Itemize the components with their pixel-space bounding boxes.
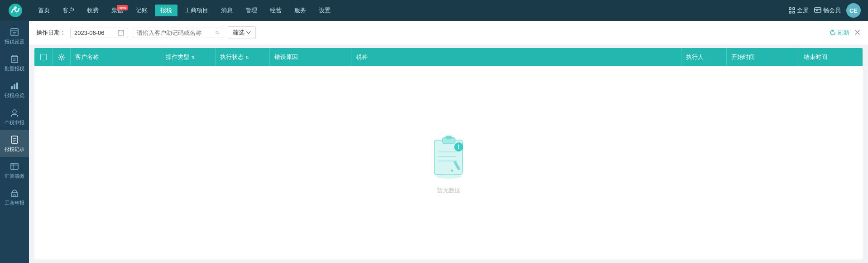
svg-line-35 — [218, 33, 219, 34]
top-nav-right: 全屏 畅会员 CE — [789, 3, 861, 18]
sidebar-item-报税设置[interactable]: 报税设置 — [0, 23, 29, 49]
sidebar-icon-报税设置 — [10, 27, 19, 37]
th-end-time: 结束时间 — [799, 48, 863, 66]
date-picker[interactable] — [70, 28, 128, 38]
svg-rect-30 — [118, 30, 124, 35]
logo[interactable] — [7, 2, 24, 19]
svg-rect-9 — [11, 29, 18, 36]
toolbar: 操作日期： 筛选 — [29, 21, 868, 44]
search-box[interactable] — [133, 28, 223, 38]
svg-rect-6 — [815, 8, 821, 12]
svg-rect-3 — [793, 8, 795, 10]
sidebar-icon-个税申报 — [10, 108, 19, 118]
sidebar-label-个税申报: 个税申报 — [5, 120, 24, 126]
fullscreen-icon — [789, 7, 795, 14]
nav-item-收费[interactable]: 收费 — [82, 5, 104, 16]
settings-icon — [58, 54, 65, 61]
svg-rect-19 — [16, 83, 18, 89]
sidebar-icon-报税记录 — [10, 135, 19, 145]
main-layout: 报税设置批量报税报税总览个税申报报税记录汇算清缴工商年报 操作日期： — [0, 21, 868, 263]
sidebar-label-批量报税: 批量报税 — [5, 66, 24, 72]
nav-item-客户[interactable]: 客户 — [57, 5, 80, 16]
svg-rect-39 — [446, 136, 452, 139]
member-label: 畅会员 — [823, 6, 841, 15]
refresh-label: 刷新 — [838, 29, 849, 37]
member-button[interactable]: 畅会员 — [814, 6, 841, 15]
refresh-button[interactable]: 刷新 — [830, 29, 849, 37]
content-area: 操作日期： 筛选 — [29, 21, 868, 263]
th-executor: 执行人 — [681, 48, 727, 66]
sidebar-label-报税记录: 报税记录 — [5, 146, 24, 152]
svg-point-47 — [436, 174, 461, 179]
table-container: 客户名称 操作类型 ⇅ 执行状态 ⇅ 错误原因 税种 执行人 — [34, 48, 863, 259]
sidebar-icon-汇算清缴 — [10, 161, 19, 171]
sidebar-icon-批量报税 — [10, 54, 19, 64]
svg-text:!: ! — [458, 144, 460, 150]
th-tax-type: 税种 — [351, 48, 681, 66]
th-start-time: 开始时间 — [727, 48, 799, 66]
sort-icon-status: ⇅ — [245, 55, 249, 60]
svg-rect-21 — [11, 136, 18, 143]
select-all-checkbox[interactable] — [40, 54, 47, 60]
date-input[interactable] — [74, 29, 115, 36]
nav-item-管理[interactable]: 管理 — [240, 5, 263, 16]
sidebar-label-工商年报: 工商年报 — [5, 200, 24, 206]
th-settings[interactable] — [53, 48, 71, 66]
refresh-icon — [830, 29, 836, 36]
chevron-down-icon — [246, 31, 251, 34]
nav-item-票据[interactable]: 票据new — [106, 5, 129, 16]
svg-point-1 — [14, 6, 17, 9]
nav-items: 首页客户收费票据new记账报税工商项目消息管理经营服务设置 — [33, 5, 789, 16]
nav-item-工商项目[interactable]: 工商项目 — [179, 5, 214, 16]
nav-badge-票据: new — [117, 5, 128, 10]
search-icon — [216, 29, 219, 36]
date-label: 操作日期： — [36, 29, 66, 37]
filter-button[interactable]: 筛选 — [228, 26, 256, 39]
nav-item-服务[interactable]: 服务 — [289, 5, 312, 16]
empty-text: 暂无数据 — [437, 186, 460, 195]
svg-rect-17 — [11, 86, 13, 89]
th-checkbox[interactable] — [34, 48, 53, 66]
svg-rect-4 — [789, 11, 791, 13]
sidebar-item-批量报税[interactable]: 批量报税 — [0, 49, 29, 76]
svg-point-36 — [60, 56, 62, 58]
th-client-name: 客户名称 — [71, 48, 161, 66]
sidebar-label-报税设置: 报税设置 — [5, 39, 24, 45]
nav-item-报税[interactable]: 报税 — [155, 5, 177, 16]
avatar[interactable]: CE — [846, 3, 861, 18]
th-error-reason: 错误原因 — [270, 48, 351, 66]
th-execution-status[interactable]: 执行状态 ⇅ — [216, 48, 270, 66]
svg-rect-18 — [14, 84, 15, 89]
nav-item-设置[interactable]: 设置 — [313, 5, 336, 16]
svg-rect-5 — [793, 11, 795, 13]
nav-item-消息[interactable]: 消息 — [216, 5, 238, 16]
sidebar-icon-报税总览 — [10, 81, 19, 91]
svg-rect-25 — [11, 163, 18, 170]
svg-rect-13 — [11, 56, 18, 63]
top-nav: 首页客户收费票据new记账报税工商项目消息管理经营服务设置 全屏 畅会员 CE — [0, 0, 868, 21]
svg-point-20 — [13, 110, 16, 113]
empty-illustration: ! — [426, 131, 471, 181]
nav-item-首页[interactable]: 首页 — [33, 5, 55, 16]
svg-rect-2 — [789, 8, 791, 10]
sort-icon-operation: ⇅ — [191, 55, 195, 60]
close-button[interactable]: ✕ — [854, 29, 861, 37]
nav-item-记账[interactable]: 记账 — [130, 5, 153, 16]
fullscreen-label: 全屏 — [797, 6, 809, 15]
sidebar: 报税设置批量报税报税总览个税申报报税记录汇算清缴工商年报 — [0, 21, 29, 263]
filter-label: 筛选 — [233, 29, 245, 37]
sidebar-item-报税记录[interactable]: 报税记录 — [0, 130, 29, 157]
search-input[interactable] — [137, 29, 213, 36]
sidebar-icon-工商年报 — [10, 188, 19, 198]
nav-item-经营[interactable]: 经营 — [264, 5, 287, 16]
th-operation-type[interactable]: 操作类型 ⇅ — [161, 48, 216, 66]
sidebar-item-工商年报[interactable]: 工商年报 — [0, 184, 29, 210]
sidebar-item-报税总览[interactable]: 报税总览 — [0, 76, 29, 103]
sidebar-item-个税申报[interactable]: 个税申报 — [0, 103, 29, 130]
sidebar-item-汇算清缴[interactable]: 汇算清缴 — [0, 157, 29, 184]
table-body: ! 暂无数据 — [34, 66, 863, 259]
member-icon — [814, 7, 821, 14]
fullscreen-button[interactable]: 全屏 — [789, 6, 809, 15]
table-header: 客户名称 操作类型 ⇅ 执行状态 ⇅ 错误原因 税种 执行人 — [34, 48, 863, 66]
sidebar-label-报税总览: 报税总览 — [5, 93, 24, 98]
